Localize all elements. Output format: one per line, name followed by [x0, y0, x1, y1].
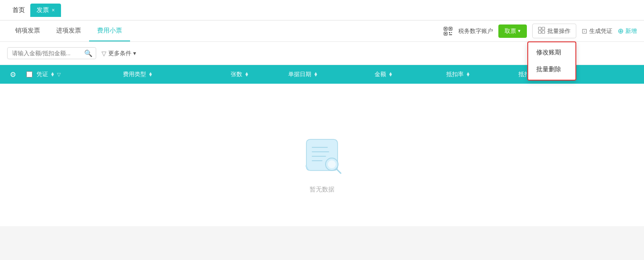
svg-marker-15 — [149, 72, 152, 74]
batch-op-dropdown: 修改账期 批量删除 — [527, 41, 576, 81]
voucher-sort-icon — [49, 71, 56, 77]
th-voucher[interactable]: 凭证 ▽ — [37, 70, 123, 78]
batch-icon — [538, 27, 545, 34]
search-input[interactable] — [7, 47, 96, 59]
svg-marker-21 — [389, 72, 392, 74]
sub-tabs-bar: 销项发票 进项发票 费用小票 税务数字账户 — [0, 20, 644, 42]
amount-sort-icon — [387, 71, 394, 77]
tab-actions: 税务数字账户 取票 ▾ 批量操作 修改账期 — [443, 24, 637, 38]
expense-type-sort-icon — [147, 71, 154, 77]
select-all-checkbox[interactable] — [26, 71, 33, 77]
more-conditions-button[interactable]: ▽ 更多条件 ▾ — [102, 49, 136, 57]
batch-op-icon — [538, 27, 545, 35]
tab-input[interactable]: 进项发票 — [48, 20, 89, 41]
svg-line-34 — [336, 169, 341, 173]
empty-state: 暂无数据 — [0, 84, 644, 226]
svg-marker-17 — [245, 72, 248, 74]
svg-marker-23 — [467, 72, 469, 74]
th-amount[interactable]: 金额 — [375, 70, 446, 78]
th-count[interactable]: 张数 — [231, 70, 288, 78]
qr-icon — [443, 26, 453, 36]
gen-voucher-button[interactable]: ⊡ 生成凭证 — [582, 27, 612, 35]
empty-text: 暂无数据 — [310, 186, 334, 194]
svg-rect-3 — [450, 28, 451, 29]
svg-rect-8 — [449, 34, 452, 35]
tab-sales[interactable]: 销项发票 — [7, 20, 48, 41]
table-settings-icon[interactable]: ⚙ — [4, 70, 22, 79]
th-date[interactable]: 单据日期 — [288, 70, 375, 78]
add-button[interactable]: ⊕ 新增 — [618, 27, 637, 35]
svg-point-33 — [328, 160, 336, 168]
svg-marker-22 — [389, 74, 392, 77]
more-conditions-arrow: ▾ — [133, 50, 136, 57]
svg-rect-5 — [445, 33, 446, 34]
filter-icon: ▽ — [102, 50, 106, 57]
table-content: 暂无数据 — [0, 84, 644, 226]
svg-marker-24 — [467, 74, 469, 77]
svg-rect-11 — [538, 31, 541, 33]
top-nav: 首页 发票 × — [0, 0, 644, 20]
table-select-all[interactable] — [22, 71, 37, 77]
empty-illustration — [295, 134, 349, 179]
th-expense-type[interactable]: 费用类型 — [123, 70, 231, 78]
invoice-tab-label: 发票 — [37, 6, 49, 14]
svg-marker-16 — [149, 74, 152, 77]
add-icon: ⊕ — [618, 27, 624, 35]
svg-marker-19 — [314, 72, 317, 74]
svg-rect-9 — [538, 27, 541, 30]
search-icon[interactable]: 🔍 — [84, 49, 93, 57]
svg-rect-10 — [542, 27, 545, 30]
modify-period-item[interactable]: 修改账期 — [528, 44, 575, 61]
svg-rect-1 — [445, 28, 446, 29]
svg-rect-6 — [449, 32, 450, 33]
take-invoice-button[interactable]: 取票 ▾ — [498, 24, 527, 38]
take-invoice-arrow: ▾ — [518, 28, 521, 34]
tab-expense[interactable]: 费用小票 — [89, 20, 130, 41]
qr-icon-button[interactable] — [443, 26, 453, 36]
tax-account-button[interactable]: 税务数字账户 — [458, 27, 493, 35]
home-tab[interactable]: 首页 — [7, 6, 30, 14]
invoice-tab[interactable]: 发票 × — [30, 4, 61, 17]
batch-op-container: 批量操作 修改账期 批量删除 — [532, 24, 576, 38]
voucher-filter-icon: ▽ — [57, 72, 61, 77]
search-wrap: 🔍 — [7, 47, 96, 59]
date-sort-icon — [313, 71, 319, 77]
svg-marker-18 — [245, 74, 248, 77]
deduction-rate-sort-icon — [465, 71, 471, 77]
count-sort-icon — [244, 71, 250, 77]
invoice-tab-close[interactable]: × — [52, 7, 55, 13]
svg-rect-12 — [542, 31, 545, 33]
batch-delete-item[interactable]: 批量删除 — [528, 61, 575, 78]
svg-marker-14 — [51, 74, 54, 77]
gen-voucher-icon: ⊡ — [582, 27, 587, 35]
svg-rect-7 — [451, 32, 452, 33]
svg-marker-13 — [51, 72, 54, 74]
sub-tabs: 销项发票 进项发票 费用小票 — [7, 20, 130, 41]
batch-op-button[interactable]: 批量操作 — [532, 24, 576, 38]
th-deduction-rate[interactable]: 抵扣率 — [446, 70, 518, 78]
svg-marker-20 — [314, 74, 317, 77]
